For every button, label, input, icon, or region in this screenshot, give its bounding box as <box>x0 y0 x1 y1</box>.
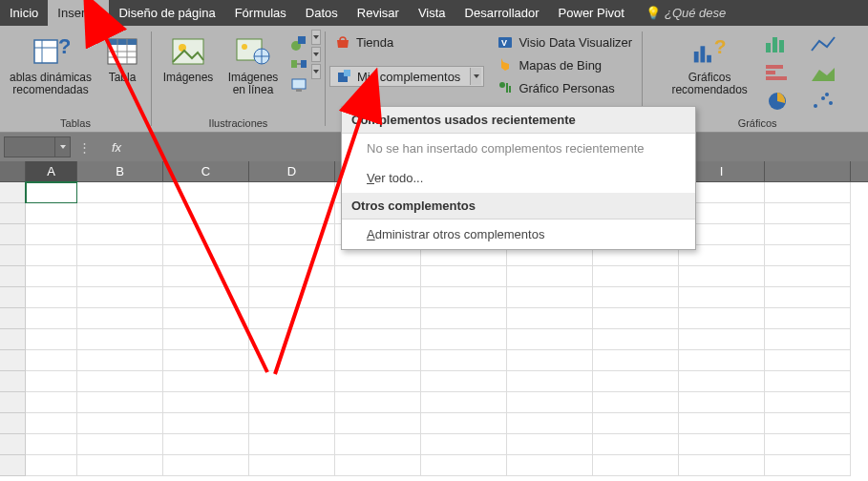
images-label: Imágenes <box>163 72 214 84</box>
visio-visualizer-button[interactable]: V Visio Data Visualizer <box>492 31 638 52</box>
recommended-pivot-tables-label: ablas dinámicas recomendadas <box>10 72 92 96</box>
tab-insertar[interactable]: Insertar <box>48 0 109 26</box>
svg-rect-33 <box>773 37 777 52</box>
store-icon <box>335 34 350 50</box>
tab-desarrollador[interactable]: Desarrollador <box>455 0 549 26</box>
smartart-button[interactable] <box>289 54 308 73</box>
recommended-pivot-tables-button[interactable]: ? ablas dinámicas recomendadas <box>4 30 97 96</box>
svg-rect-19 <box>292 79 306 89</box>
svg-rect-26 <box>506 83 508 93</box>
name-box-dropdown[interactable] <box>55 136 71 157</box>
store-label: Tienda <box>356 35 393 50</box>
col-header-D[interactable]: D <box>249 161 335 181</box>
recommended-charts-button[interactable]: ? Gráficos recomendados <box>664 30 755 96</box>
people-graph-button[interactable]: Gráfico Personas <box>492 77 638 98</box>
my-addins-dropdown-menu: Complementos usados recientemente No se … <box>341 106 696 250</box>
dropdown-manage-addins[interactable]: Administrar otros complementos <box>342 220 695 249</box>
shapes-dropdown[interactable] <box>311 30 321 45</box>
svg-rect-35 <box>766 65 783 69</box>
fx-icon[interactable]: fx <box>112 140 121 155</box>
active-cell <box>26 182 77 203</box>
svg-rect-18 <box>301 60 307 68</box>
svg-rect-37 <box>766 76 787 80</box>
svg-rect-22 <box>344 70 350 76</box>
svg-point-25 <box>499 82 505 88</box>
tab-diseno-de-pagina[interactable]: Diseño de página <box>109 0 224 26</box>
people-graph-label: Gráfico Personas <box>519 81 614 95</box>
svg-rect-34 <box>779 40 784 52</box>
bing-icon <box>498 57 513 73</box>
svg-rect-29 <box>701 46 706 62</box>
col-header-C[interactable]: C <box>163 161 249 181</box>
select-all-corner[interactable] <box>0 161 26 181</box>
my-addins-dropdown-caret[interactable] <box>470 68 481 85</box>
svg-rect-5 <box>108 39 137 45</box>
pivot-table-question-icon: ? <box>32 33 70 70</box>
tab-formulas[interactable]: Fórmulas <box>225 0 296 26</box>
table-label: Tabla <box>109 72 137 84</box>
group-ilustraciones: Imágenes Imágenes en línea <box>152 26 325 132</box>
online-picture-icon <box>234 33 272 70</box>
col-header-B[interactable]: B <box>77 161 163 181</box>
tell-me-placeholder: ¿Qué dese <box>665 6 726 20</box>
tab-inicio[interactable]: Inicio <box>0 0 48 26</box>
tab-power-pivot[interactable]: Power Pivot <box>549 0 634 26</box>
my-addins-button[interactable]: Mis complementos <box>329 66 484 87</box>
table-icon <box>103 33 141 70</box>
svg-rect-10 <box>173 39 203 64</box>
bing-maps-button[interactable]: Mapas de Bing <box>492 54 638 75</box>
svg-point-42 <box>829 101 833 105</box>
svg-marker-38 <box>812 68 835 81</box>
screenshot-button[interactable] <box>289 75 308 94</box>
online-images-button[interactable]: Imágenes en línea <box>221 30 286 96</box>
people-graph-icon <box>498 80 513 95</box>
svg-point-43 <box>825 93 829 96</box>
screenshot-dropdown[interactable] <box>311 64 321 79</box>
ribbon-tabstrip: Inicio Insertar Diseño de página Fórmula… <box>0 0 868 26</box>
visio-label: Visio Data Visualizer <box>519 35 632 50</box>
svg-text:?: ? <box>714 35 727 57</box>
chart-line-button[interactable] <box>805 31 843 56</box>
addins-icon <box>336 69 351 84</box>
svg-point-13 <box>242 44 247 50</box>
chart-scatter-button[interactable] <box>805 89 843 114</box>
svg-rect-0 <box>34 40 57 63</box>
svg-rect-16 <box>298 36 306 44</box>
group-graficos-label: Gráficos <box>738 116 777 131</box>
svg-rect-32 <box>766 43 771 52</box>
dropdown-no-recent: No se han insertado complementos recient… <box>342 134 695 163</box>
svg-rect-28 <box>694 52 699 62</box>
chart-pie-button[interactable] <box>759 89 797 114</box>
online-images-label: Imágenes en línea <box>228 72 279 96</box>
smartart-dropdown[interactable] <box>311 47 321 62</box>
svg-point-40 <box>814 104 817 108</box>
images-button[interactable]: Imágenes <box>156 30 221 84</box>
bing-label: Mapas de Bing <box>519 58 602 73</box>
col-header-A[interactable]: A <box>26 161 77 181</box>
table-button[interactable]: Tabla <box>97 30 147 84</box>
charts-question-icon: ? <box>690 33 729 70</box>
dropdown-see-all[interactable]: Ver todo... <box>342 163 695 193</box>
tab-vista[interactable]: Vista <box>409 0 455 26</box>
tab-datos[interactable]: Datos <box>296 0 348 26</box>
chart-type-grid <box>759 30 851 114</box>
name-box[interactable] <box>4 136 55 157</box>
tab-revisar[interactable]: Revisar <box>348 0 409 26</box>
chart-area-button[interactable] <box>805 60 843 85</box>
group-ilustraciones-label: Ilustraciones <box>209 116 268 131</box>
dropdown-section-recent: Complementos usados recientemente <box>342 107 695 134</box>
svg-text:?: ? <box>58 34 70 58</box>
group-tablas-label: Tablas <box>60 116 91 131</box>
svg-rect-17 <box>291 60 297 68</box>
shapes-button[interactable] <box>289 33 308 52</box>
chart-bar-button[interactable] <box>759 60 797 85</box>
lightbulb-icon: 💡 <box>646 6 661 20</box>
dropdown-section-other: Otros complementos <box>342 193 695 220</box>
chart-column-button[interactable] <box>759 31 797 56</box>
shapes-smartart-stack <box>289 30 308 94</box>
store-button[interactable]: Tienda <box>329 31 484 52</box>
my-addins-label: Mis complementos <box>357 70 460 84</box>
svg-rect-30 <box>707 55 711 63</box>
tell-me-search[interactable]: 💡 ¿Qué dese <box>640 0 731 26</box>
col-header-J[interactable] <box>765 161 851 181</box>
